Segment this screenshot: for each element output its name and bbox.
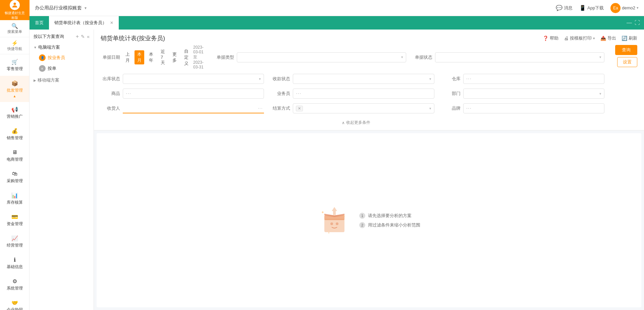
mobile-group-header[interactable]: ▶ 移动端方案 [30,75,94,85]
settlement-arrow-icon: ▾ [429,106,431,111]
docstatus-select[interactable]: ▾ [435,52,604,62]
app-industry-title: 办公用品行业模拟账套 [35,5,82,11]
empty-tips: 1 请先选择要分析的方案 2 用过滤条件来缩小分析范围 [359,213,420,228]
dept-select[interactable]: ▾ [463,89,604,99]
sidebar-item-inventory[interactable]: 📊 库存核算 [0,188,29,209]
query-button[interactable]: 查询 [615,45,637,55]
marketing-icon: 📢 [11,106,18,113]
message-icon: 💬 [556,5,562,11]
query-btn-group: 查询 设置 [615,45,637,67]
refresh-btn[interactable]: 🔄 刷新 [622,35,637,41]
add-scheme-icon[interactable]: + [76,34,79,40]
print-label: 按模板打印 [570,35,592,41]
sidebar-search[interactable]: 🔍 搜索菜单 [0,20,29,37]
page-content: 按以下方案查询 + ✎ « ▼ 电脑端方案 👤 按业务员 ≡ [30,30,644,310]
sidebar: 畅捷通好生意 标版 🔍 搜索菜单 ⚡ 快捷导航 🛒 零售管理 📦 批发管理 ▲ … [0,0,30,310]
operation-icon: 📈 [11,235,18,242]
message-action[interactable]: 💬 消息 [556,5,573,11]
mobile-group-label: 移动端方案 [38,77,59,83]
filter-collectstatus-col: 收款状态 ▾ [271,73,441,84]
tab-close-icon[interactable]: ✕ [110,20,113,25]
print-dropdown-icon: ▾ [593,36,595,41]
sidebar-item-marketing[interactable]: 📢 营销推广 [0,102,29,123]
collapse-panel-icon[interactable]: « [87,34,90,39]
sidebar-item-system[interactable]: ⚙ 系统管理 [0,274,29,295]
sidebar-quicknav[interactable]: ⚡ 快捷导航 [0,37,29,54]
right-content: 销货单统计表(按业务员) ❓ 帮助 🖨 按模板打印 ▾ 📤 [94,30,644,310]
empty-state-content: ✦ ✦ ✦ 1 请先选择要分析的方案 [318,204,420,237]
sidebar-item-purchase[interactable]: 🛍 采购管理 [0,166,29,188]
user-action[interactable]: Ea demo2 ▾ [610,3,639,13]
tab-sales-stat[interactable]: 销货单统计表（按业务员） ✕ [49,16,119,30]
empty-illustration: ✦ ✦ ✦ [318,204,351,237]
outstatus-select[interactable]: ▾ [123,74,264,84]
industry-dropdown-icon[interactable]: ▾ [85,6,87,10]
sidebar-item-basic[interactable]: ℹ 基础信息 [0,252,29,274]
print-btn[interactable]: 🖨 按模板打印 ▾ [564,35,595,41]
warehouse-inner: ··· [466,76,601,82]
basic-icon: ℹ [11,256,18,263]
tab-minimize-icon[interactable]: — [627,20,632,26]
finance-label: 资金管理 [7,221,23,227]
doctype-select[interactable]: ▾ [237,52,406,62]
tip-text-2: 用过滤条件来缩小分析范围 [368,222,420,228]
corp-label: 企业协同 [7,307,23,310]
date-last-month-btn[interactable]: 上月 [123,50,132,64]
sidebar-item-operation[interactable]: 📈 经营管理 [0,231,29,252]
tab-home[interactable]: 首页 [30,16,49,30]
settlement-select[interactable]: ✕ ▾ [293,103,434,113]
sidebar-logo[interactable]: 畅捷通好生意 标版 [0,0,30,20]
brand-select[interactable]: ··· [463,103,604,113]
dept-label: 部门 [441,91,461,97]
staff-label: 业务员 [271,91,290,97]
collapse-btn[interactable]: ∧ 收起更多条件 [342,120,370,125]
desktop-group-arrow: ▼ [34,46,37,49]
date-label: 单据日期 [101,54,120,60]
logo-text: 畅捷通好生意 标版 [5,11,25,20]
sales-label: 销售管理 [7,135,23,141]
sidebar-item-retail[interactable]: 🛒 零售管理 [0,54,29,76]
filter-wrapper: 销货单统计表(按业务员) ❓ 帮助 🖨 按模板打印 ▾ 📤 [94,30,644,131]
date-last7-btn[interactable]: 近7天 [158,48,168,67]
export-btn[interactable]: 📤 导出 [600,35,616,41]
tab-bar: 首页 销货单统计表（按业务员） ✕ — ⛶ [30,16,644,30]
scheme-item-by-order[interactable]: ≡ 按单 [30,63,94,74]
finance-icon: 💳 [11,213,18,220]
date-more-btn[interactable]: 更多 [170,50,179,64]
staff-select[interactable]: ··· [293,89,434,99]
tab-maximize-icon[interactable]: ⛶ [635,20,640,26]
sidebar-item-wholesale[interactable]: 📦 批发管理 ▲ [0,76,29,102]
date-custom-btn[interactable]: 自定义 [181,47,191,67]
by-order-icon: ≡ [39,65,46,72]
collectstatus-select[interactable]: ▾ [293,74,434,84]
sidebar-item-ecommerce[interactable]: 🖥 电商管理 [0,145,29,166]
scheme-item-by-staff[interactable]: 👤 按业务员 [30,52,94,63]
receiver-input-wrapper[interactable]: ··· [123,103,264,113]
sidebar-item-finance[interactable]: 💳 资金管理 [0,209,29,231]
filter-docstatus-col: 单据状态 ▾ [413,52,611,63]
filter-receiver-col: 收货人 ··· [101,103,271,114]
collectstatus-label: 收款状态 [271,76,290,82]
sidebar-item-corp[interactable]: 🤝 企业协同 [0,295,29,310]
date-current-year-btn[interactable]: 本年 [146,50,156,64]
warehouse-select[interactable]: ··· [463,74,604,84]
sidebar-item-sales[interactable]: 💰 销售管理 [0,123,29,145]
settlement-clear-btn[interactable]: ✕ [298,106,301,111]
filter-date-col: 单据日期 上月 本月 本年 近7天 更多 自定义 2023-03-01 至 20… [101,45,215,69]
goods-select[interactable]: ··· [123,89,264,99]
inventory-label: 库存核算 [7,200,23,205]
help-btn[interactable]: ❓ 帮助 [543,35,558,41]
mobile-scheme-group: ▶ 移动端方案 [30,75,94,85]
date-current-month-btn[interactable]: 本月 [135,50,144,64]
quicknav-label: 快捷导航 [0,46,29,51]
svg-point-0 [13,3,16,5]
header-left: 办公用品行业模拟账套 ▾ [35,5,87,11]
tab-sales-stat-label: 销货单统计表（按业务员） [54,20,107,26]
edit-scheme-icon[interactable]: ✎ [81,34,85,39]
desktop-group-header[interactable]: ▼ 电脑端方案 [30,42,94,52]
download-action[interactable]: 📱 App下载 [579,5,604,11]
purchase-label: 采购管理 [7,178,23,184]
tip-text-1: 请先选择要分析的方案 [368,213,412,219]
settings-button[interactable]: 设置 [617,57,637,67]
retail-icon: 🛒 [11,58,18,65]
